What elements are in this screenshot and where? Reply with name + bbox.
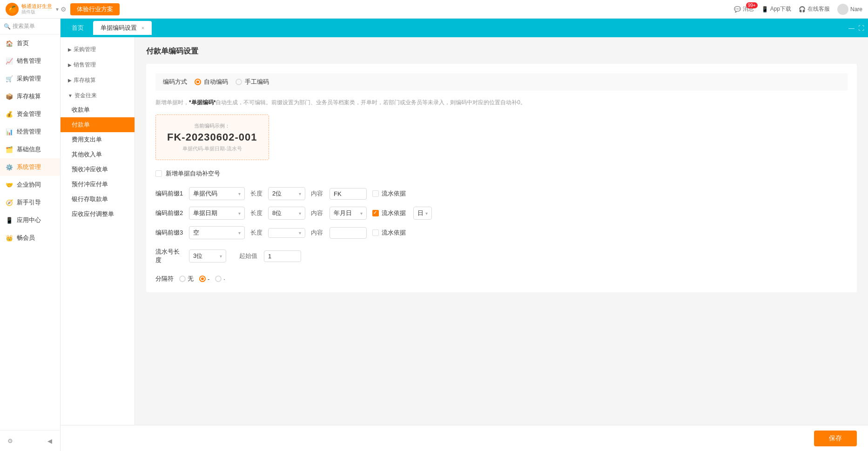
collapse-icon: ◀ xyxy=(47,438,52,444)
message-btn[interactable]: 💬 消息 99+ xyxy=(734,5,754,13)
enterprise-icon: 🤝 xyxy=(6,182,13,188)
length3-label: 长度 xyxy=(250,229,262,237)
sidebar-item-inventory[interactable]: 📦 库存核算 xyxy=(0,88,60,105)
sidebar-collapse-btn[interactable]: ◀ xyxy=(43,434,56,447)
prefix2-select[interactable]: 单据日期 ▾ xyxy=(189,207,245,220)
arrow-right-icon: ▶ xyxy=(68,47,72,52)
preview-desc: 单据代码-单据日期-流水号 xyxy=(167,145,257,152)
prefix1-select[interactable]: 单据代码 ▾ xyxy=(189,187,245,200)
sub-item-income[interactable]: 其他收入单 xyxy=(61,147,135,162)
prefix3-select[interactable]: 空 ▾ xyxy=(189,226,245,239)
stream3-checkbox[interactable]: 流水依据 xyxy=(372,229,406,237)
sub-group-title-sales[interactable]: ▶ 销售管理 xyxy=(61,58,135,72)
sidebar-item-operation[interactable]: 📊 经营管理 xyxy=(0,123,60,141)
maximize-icon[interactable]: ⛶ xyxy=(858,25,864,32)
sidebar-item-basic[interactable]: 🗂️ 基础信息 xyxy=(0,141,60,158)
tab-encoding[interactable]: 单据编码设置 × xyxy=(93,21,152,35)
online-service-btn[interactable]: 🎧 在线客服 xyxy=(799,5,830,13)
sep-dot-radio[interactable]: - xyxy=(199,276,209,283)
hint-text: 新增单据时，*单据编码*自动生成，不可编辑。前缀设置为部门、业务员等档案类，开单… xyxy=(155,98,848,107)
dropdown-arrow: ▾ xyxy=(299,230,301,236)
auto-fill-row: 新增单据自动补空号 xyxy=(155,169,848,178)
top-bar-left: 🍊 畅通道好生意 插件版 ▾ ⚙ 体验行业方案 xyxy=(6,3,120,16)
app-download-btn[interactable]: 📱 App下载 xyxy=(761,5,791,13)
sidebar-item-capital[interactable]: 💰 资金管理 xyxy=(0,105,60,123)
sidebar-item-member[interactable]: 👑 畅会员 xyxy=(0,229,60,247)
sidebar-search[interactable]: 🔍 搜索菜单 xyxy=(0,19,60,34)
content2-select[interactable]: 年月日 ▾ xyxy=(330,207,367,220)
sub-sidebar: ▶ 采购管理 ▶ 销售管理 ▶ 库存核算 xyxy=(61,37,135,425)
capital-icon: 💰 xyxy=(6,111,13,118)
sidebar-item-guide[interactable]: 🧭 新手引导 xyxy=(0,194,60,211)
dropdown-arrow: ▾ xyxy=(299,191,301,196)
start-value-input[interactable] xyxy=(264,250,301,262)
manual-encoding-radio[interactable]: 手工编码 xyxy=(236,78,269,86)
user-menu[interactable]: Nare xyxy=(837,4,862,15)
gear-icon: ⚙ xyxy=(7,438,13,444)
sub-group-title-inventory[interactable]: ▶ 库存核算 xyxy=(61,74,135,87)
message-badge: 99+ xyxy=(746,2,758,8)
sidebar-item-system[interactable]: ⚙️ 系统管理 xyxy=(0,158,60,176)
stream3-cb xyxy=(372,229,379,236)
save-button[interactable]: 保存 xyxy=(814,431,857,446)
brand-icon: 🍊 xyxy=(6,3,19,16)
form-row-serial: 流水号长度 3位 ▾ 起始值 xyxy=(155,248,848,264)
form-rows: 编码前缀1 单据代码 ▾ 长度 2位 ▾ 内容 xyxy=(155,187,848,283)
dropdown-arrow: ▾ xyxy=(299,211,301,216)
sub-group-sales: ▶ 销售管理 xyxy=(61,58,135,72)
tab-actions: — ⛶ xyxy=(848,25,864,32)
auto-encoding-radio[interactable]: 自动编码 xyxy=(195,78,228,86)
minimize-icon[interactable]: — xyxy=(848,25,855,32)
stream2-cb: ✓ xyxy=(372,210,379,216)
auto-fill-checkbox[interactable] xyxy=(155,170,162,177)
sub-group-title-purchase[interactable]: ▶ 采购管理 xyxy=(61,43,135,56)
sidebar-settings-btn[interactable]: ⚙ xyxy=(4,434,17,447)
content1-label: 内容 xyxy=(311,189,323,198)
sub-group-title-capital[interactable]: ▼ 资金往来 xyxy=(61,89,135,102)
home-icon: 🏠 xyxy=(6,40,13,47)
sub-item-advance-payment[interactable]: 预付冲应付单 xyxy=(61,177,135,192)
arrow-right-icon: ▶ xyxy=(68,78,72,83)
stream1-checkbox[interactable]: 流水依据 xyxy=(372,189,406,198)
sep-dot-radio-dot xyxy=(199,276,206,282)
top-bar-nav: ▾ ⚙ xyxy=(56,6,67,13)
sub-item-expense[interactable]: 费用支出单 xyxy=(61,132,135,147)
sep-none-radio[interactable]: 无 xyxy=(179,275,194,283)
separator-label: 分隔符 xyxy=(155,275,174,283)
stream2-period-select[interactable]: 日 ▾ xyxy=(413,207,432,220)
encoding-method-radio-group: 自动编码 手工编码 xyxy=(195,78,269,86)
page-title: 付款单编码设置 xyxy=(146,47,857,56)
content3-input[interactable] xyxy=(330,227,367,239)
top-bar: 🍊 畅通道好生意 插件版 ▾ ⚙ 体验行业方案 💬 消息 99+ 📱 App下载… xyxy=(0,0,868,19)
stream1-cb xyxy=(372,190,379,197)
trial-btn[interactable]: 体验行业方案 xyxy=(70,3,120,15)
sales-icon: 📈 xyxy=(6,58,13,65)
length2-select[interactable]: 8位 ▾ xyxy=(268,207,305,220)
sidebar-item-apps[interactable]: 📱 应用中心 xyxy=(0,211,60,229)
sidebar-item-home[interactable]: 🏠 首页 xyxy=(0,34,60,52)
length1-select[interactable]: 2位 ▾ xyxy=(268,187,305,200)
sep-dash-radio[interactable]: · xyxy=(215,276,225,283)
start-value-label: 起始值 xyxy=(239,252,257,260)
settings-icon-top[interactable]: ⚙ xyxy=(61,6,67,13)
bottom-bar: 保存 xyxy=(61,425,868,451)
sub-item-advance-receipt[interactable]: 预收冲应收单 xyxy=(61,162,135,177)
sub-group-capital: ▼ 资金往来 收款单 付款单 费用支出单 其他收入单 预收冲应收单 预付冲应付单… xyxy=(61,89,135,222)
sidebar-item-purchase[interactable]: 🛒 采购管理 xyxy=(0,70,60,88)
sub-item-payment[interactable]: 付款单 xyxy=(61,117,135,132)
serial-length-select[interactable]: 3位 ▾ xyxy=(189,249,226,263)
sub-item-bank-deposit[interactable]: 银行存取款单 xyxy=(61,192,135,207)
length3-select[interactable]: ▾ xyxy=(268,228,305,238)
sidebar-item-sales[interactable]: 📈 销售管理 xyxy=(0,52,60,70)
main-layout: 🔍 搜索菜单 🏠 首页 📈 销售管理 🛒 采购管理 📦 库存核算 💰 xyxy=(0,19,868,451)
content1-input[interactable] xyxy=(330,188,367,200)
sub-item-receipt[interactable]: 收款单 xyxy=(61,102,135,117)
tab-close-icon[interactable]: × xyxy=(141,25,144,31)
inventory-icon: 📦 xyxy=(6,93,13,100)
tab-home[interactable]: 首页 xyxy=(64,21,91,35)
sub-item-payable-adjust[interactable]: 应收应付调整单 xyxy=(61,207,135,222)
nav-dropdown-arrow[interactable]: ▾ xyxy=(56,6,59,13)
dropdown-arrow: ▾ xyxy=(238,191,241,196)
sidebar-item-enterprise[interactable]: 🤝 企业协同 xyxy=(0,176,60,194)
stream2-checkbox[interactable]: ✓ 流水依据 xyxy=(372,209,406,217)
